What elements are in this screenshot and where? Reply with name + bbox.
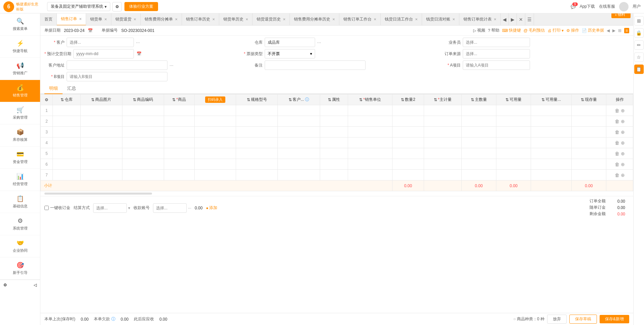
tab-close-cash-workbench[interactable]: ✕ [415,17,418,21]
tab-goods-history[interactable]: 销货单历史 ✕ [219,13,253,26]
order-source-input[interactable] [463,49,530,58]
row-delete-btn-4[interactable]: 🗑 [614,140,620,146]
rp-grid-icon[interactable]: ⊞ [634,16,644,26]
sidebar-item-purchase[interactable]: 🛒 采购管理 [0,102,40,124]
attribute-col-sort[interactable]: ⇅ [328,97,331,102]
sidebar-item-basic[interactable]: 📋 基础信息 [0,191,40,213]
tab-close-order-stats[interactable]: ✕ [494,17,496,21]
system-selector[interactable]: 装备及固定资产辅助管理系统 ▾ [47,2,110,11]
tab-cash-reconcile[interactable]: 钱货日清对账 ✕ [422,13,459,26]
tab-close-sales-fee[interactable]: ✕ [175,17,178,21]
address-input[interactable] [67,60,167,70]
sidebar-item-collab[interactable]: 🤝 企业协同 [0,235,40,257]
horizontal-scrollbar[interactable] [44,193,152,195]
tab-close-fee-history[interactable]: ✕ [332,17,335,21]
payment-input[interactable] [93,203,127,213]
tab-close-all-btn[interactable]: ✕ [517,13,525,26]
settings-icon-btn[interactable]: ⚙ [112,2,122,11]
sidebar-item-guide[interactable]: 🎯 新手引导 [0,257,40,280]
customer-code-col-sort[interactable]: ⇅ [289,97,292,102]
rp-star-icon[interactable]: ☆ [634,52,644,62]
tab-order-workbench[interactable]: 销售订单工作台 ✕ [339,13,381,26]
scan-btn[interactable]: 扫码录入 [205,96,225,103]
tab-close-cash-reconcile[interactable]: ✕ [452,17,455,21]
sidebar-item-marketing[interactable]: 📢 营销推广 [0,58,40,80]
help-btn[interactable]: ? 帮助 [488,28,499,33]
sidebar-item-nav[interactable]: ⚡ 快捷导航 [0,36,40,58]
unit-col-sort[interactable]: ⇅ [359,97,363,102]
qty2-col-sort[interactable]: ⇅ [401,97,404,102]
stock-col-sort[interactable]: ⇅ [581,97,584,102]
one-click-check[interactable] [44,206,49,210]
row-copy-btn-4[interactable]: ⊕ [620,140,626,146]
remark-input[interactable] [265,60,366,70]
rp-lock-icon[interactable]: 🔒 [634,28,644,38]
nav-left-icon[interactable]: ◀ [607,28,610,33]
row-delete-btn-6[interactable]: 🗑 [614,162,620,167]
customer-input[interactable] [67,38,134,47]
debt-info-icon[interactable]: ⓘ [111,317,115,321]
main-unit-col-sort[interactable]: ⇅ [434,97,437,102]
row-copy-btn-3[interactable]: ⊕ [620,129,626,135]
add-amount-btn[interactable]: ● 添加 [206,205,217,211]
tab-close-order-workbench[interactable]: ✕ [374,17,376,21]
app-download-link[interactable]: App下载 [580,4,595,9]
save-draft-button[interactable]: 保存草稿 [569,315,597,324]
sidebar-item-inventory[interactable]: 📦 库存核算 [0,124,40,147]
sidebar-item-search[interactable]: 🔍 搜索菜单 [0,13,40,36]
row-copy-btn-5[interactable]: ⊕ [620,151,626,156]
tab-sales-order[interactable]: 销售订单 ✕ [57,13,86,26]
tab-close-return-history[interactable]: ✕ [283,17,286,21]
online-service-link[interactable]: 在线客服 [599,4,615,9]
list-view-icon[interactable]: ≡ [624,28,629,33]
tab-sales-goods[interactable]: 销货单 ✕ [86,13,111,26]
history-btn[interactable]: 📄 历史单据 [582,28,604,33]
spec-col-sort[interactable]: ⇅ [247,97,250,102]
sidebar-item-sales[interactable]: 💰 销售管理 [0,80,40,102]
tab-close-order-history[interactable]: ✕ [212,17,215,21]
detail-tab-summary[interactable]: 汇总 [63,83,81,94]
row-delete-btn-3[interactable]: 🗑 [614,129,620,135]
tab-next-btn[interactable]: ▶ [509,13,517,26]
grid-view-icon[interactable]: ⊞ [618,28,621,33]
sidebar-item-finance[interactable]: 💳 资金管理 [0,147,40,169]
name-col-sort[interactable]: ⇅ [172,97,176,102]
row-delete-btn-2[interactable]: 🗑 [614,119,620,124]
rp-edit-icon[interactable]: ✏ [634,40,644,50]
tab-menu-btn[interactable]: ☰ [525,13,534,26]
message-badge-wrap[interactable]: 💬 9 [571,4,576,9]
available-col-sort[interactable]: ⇅ [505,97,509,102]
tab-return-history[interactable]: 销货退货历史 ✕ [253,13,290,26]
nav-right-icon[interactable]: ▶ [612,28,615,33]
row-delete-btn-7[interactable]: 🗑 [614,172,620,178]
column-settings-icon[interactable]: ⚙ [45,97,48,102]
sidebar-settings-icon[interactable]: ⚙ [3,283,7,287]
row-delete-btn-5[interactable]: 🗑 [614,151,620,156]
tab-sales-return[interactable]: 销货退货 ✕ [111,13,141,26]
tab-close-sales-return[interactable]: ✕ [134,17,136,21]
staff-input[interactable] [463,38,530,47]
row-copy-btn-6[interactable]: ⊕ [620,162,626,167]
image-col-sort[interactable]: ⇅ [91,97,94,102]
trial-button[interactable]: 体验行业方案 [124,2,158,11]
tab-sales-fee[interactable]: 销售费用分摊单 ✕ [141,13,182,26]
invoice-select[interactable]: 不开票 ▾ [265,49,315,58]
row-copy-btn-1[interactable]: ⊕ [620,108,626,113]
address-more-btn[interactable]: ··· [169,63,174,68]
main-qty-col-sort[interactable]: ⇅ [471,97,474,102]
shortcut-btn[interactable]: ⌨ 快捷键 [502,28,521,33]
view-btn[interactable]: ▷ 视频 [473,28,485,33]
discard-button[interactable]: 放弃 [547,315,567,324]
tab-close-sales-order[interactable]: ✕ [79,17,82,21]
warehouse-col-sort[interactable]: ⇅ [61,97,64,102]
tab-order-stats[interactable]: 销售订单统计表 ✕ [459,13,501,26]
available2-col-sort[interactable]: ⇅ [541,97,545,102]
one-click-checkbox[interactable]: 一键收订金 [44,205,70,211]
row-copy-btn-7[interactable]: ⊕ [620,172,626,178]
rp-clipboard-icon[interactable]: 📋 [634,65,644,74]
delivery-input[interactable] [73,49,134,58]
tab-close-sales-goods[interactable]: ✕ [104,17,107,21]
tab-cash-workbench[interactable]: 钱货日清工作台 ✕ [381,13,422,26]
code-col-sort[interactable]: ⇅ [133,97,136,102]
th-settings[interactable]: ⚙ [41,94,53,105]
